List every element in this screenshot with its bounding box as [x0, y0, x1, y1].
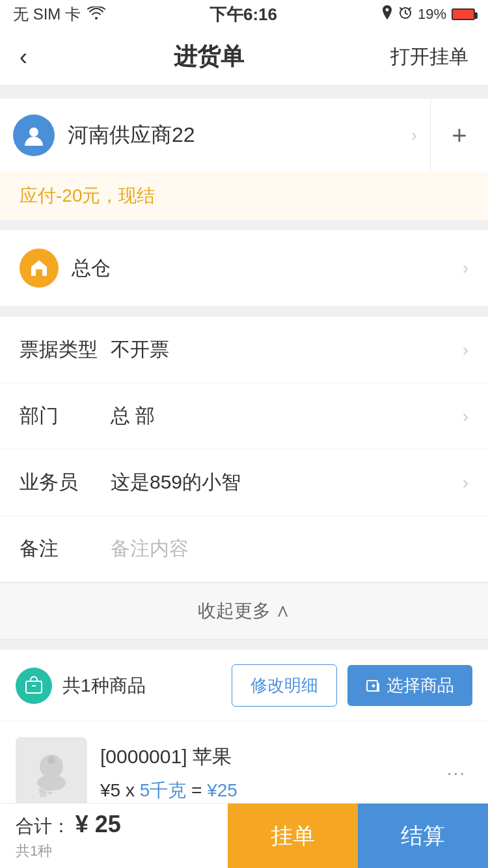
supplier-row[interactable]: 河南供应商22 › — [0, 99, 431, 172]
invoice-type-row[interactable]: 票据类型 不开票 › — [0, 317, 488, 383]
salesperson-row[interactable]: 业务员 这是859的小智 › — [0, 450, 488, 516]
status-right: 19% — [381, 5, 475, 23]
battery-icon — [452, 8, 475, 20]
total-label: 合计： — [16, 816, 70, 836]
product-info: [0000001] 苹果 ¥5 x 5千克 = ¥25 — [100, 744, 427, 803]
products-header: 共1种商品 修改明细 选择商品 — [0, 650, 488, 721]
settle-button[interactable]: 结算 — [358, 804, 488, 868]
supplier-section: 河南供应商22 › + — [0, 99, 488, 172]
footer-total-section: 合计： ¥ 25 共1种 — [0, 804, 228, 868]
product-name: [0000001] 苹果 — [100, 744, 427, 770]
battery-percent: 19% — [418, 6, 446, 23]
department-row[interactable]: 部门 总 部 › — [0, 383, 488, 450]
invoice-type-label: 票据类型 — [20, 336, 111, 363]
svg-rect-3 — [26, 681, 42, 693]
nav-bar: ‹ 进货单 打开挂单 — [0, 29, 488, 86]
total-amount: ¥ 25 — [75, 811, 121, 837]
status-time: 下午6:16 — [210, 3, 277, 26]
back-button[interactable]: ‹ — [20, 44, 27, 71]
remark-row[interactable]: 备注 备注内容 — [0, 516, 488, 582]
supplier-avatar — [13, 115, 55, 156]
product-more-button[interactable]: ··· — [441, 756, 472, 790]
status-left: 无 SIM 卡 — [13, 4, 105, 25]
collapse-button[interactable]: 收起更多 ∧ — [0, 582, 488, 640]
remark-value: 备注内容 — [111, 536, 468, 562]
page-title: 进货单 — [174, 41, 244, 73]
status-bar: 无 SIM 卡 下午6:16 19% — [0, 0, 488, 29]
department-value: 总 部 — [111, 403, 456, 429]
svg-rect-2 — [36, 269, 42, 276]
salesperson-label: 业务员 — [20, 469, 111, 496]
products-icon — [16, 668, 52, 704]
footer-sub-label: 共1种 — [16, 841, 212, 861]
footer: 合计： ¥ 25 共1种 挂单 结算 — [0, 803, 488, 868]
open-hang-button[interactable]: 打开挂单 — [390, 44, 468, 70]
add-supplier-button[interactable]: + — [431, 99, 488, 172]
location-icon — [381, 5, 393, 23]
wifi-icon — [87, 5, 105, 23]
svg-rect-4 — [32, 685, 36, 686]
gap2 — [0, 220, 488, 230]
department-chevron-icon: › — [463, 406, 468, 427]
hang-button[interactable]: 挂单 — [228, 804, 358, 868]
product-price: ¥5 x 5千克 = ¥25 — [100, 778, 427, 803]
supplier-info-banner: 应付-20元，现结 — [0, 172, 488, 220]
alarm-icon — [398, 5, 413, 23]
salesperson-chevron-icon: › — [463, 472, 468, 493]
department-label: 部门 — [20, 403, 111, 429]
product-thumbnail: 智+ — [16, 737, 87, 809]
carrier-label: 无 SIM 卡 — [13, 4, 81, 25]
warehouse-chevron-icon: › — [463, 258, 468, 278]
footer-total-line: 合计： ¥ 25 — [16, 811, 212, 839]
edit-detail-button[interactable]: 修改明细 — [232, 664, 337, 707]
supplier-name: 河南供应商22 — [68, 121, 405, 150]
svg-text:智+: 智+ — [38, 787, 53, 798]
gap4 — [0, 640, 488, 650]
chevron-right-icon: › — [411, 125, 417, 146]
invoice-chevron-icon: › — [463, 340, 468, 360]
remark-label: 备注 — [20, 536, 111, 562]
svg-point-1 — [29, 128, 38, 137]
warehouse-row[interactable]: 总仓 › — [0, 230, 488, 306]
warehouse-name: 总仓 — [72, 255, 456, 282]
gap3 — [0, 306, 488, 317]
product-count: 共1种商品 — [62, 673, 221, 698]
salesperson-value: 这是859的小智 — [111, 469, 456, 496]
warehouse-icon — [20, 249, 59, 288]
select-product-label: 选择商品 — [386, 674, 454, 697]
gap1 — [0, 86, 488, 99]
svg-point-8 — [47, 756, 55, 764]
invoice-type-value: 不开票 — [111, 336, 456, 363]
select-product-button[interactable]: 选择商品 — [347, 665, 472, 706]
